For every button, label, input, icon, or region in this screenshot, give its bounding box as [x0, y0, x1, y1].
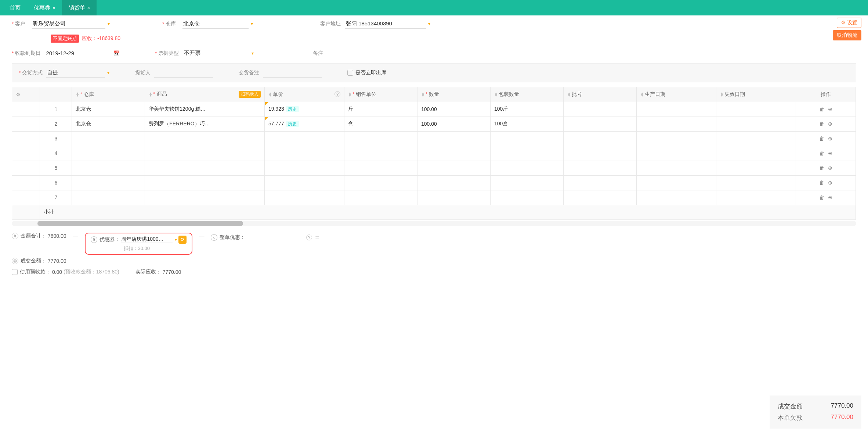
cell-warehouse[interactable]: 北京仓	[72, 117, 145, 131]
col-unit[interactable]: *销售单位	[344, 87, 417, 102]
cell-warehouse[interactable]	[72, 161, 145, 175]
use-prepay-checkbox[interactable]	[12, 269, 18, 275]
cell-pack[interactable]: 100盒	[490, 117, 563, 131]
delete-icon[interactable]: 🗑	[819, 136, 824, 142]
cell-pack[interactable]	[490, 190, 563, 205]
delete-icon[interactable]: 🗑	[819, 180, 824, 186]
remark-input[interactable]	[328, 49, 408, 58]
col-product[interactable]: *商品扫码录入	[145, 87, 265, 102]
cell-unit[interactable]	[344, 190, 417, 205]
close-icon[interactable]: ×	[53, 5, 55, 11]
add-icon[interactable]: ⊕	[828, 106, 832, 112]
add-icon[interactable]: ⊕	[828, 165, 832, 171]
cell-price[interactable]	[264, 161, 344, 175]
table-row[interactable]: 6🗑⊕	[12, 175, 856, 190]
refresh-icon[interactable]: ⟳	[178, 236, 187, 244]
cell-product[interactable]	[145, 190, 265, 205]
chevron-down-icon[interactable]: ▾	[252, 51, 254, 56]
cell-price[interactable]: 19.923历史	[264, 102, 344, 117]
tab-sales[interactable]: 销货单×	[62, 0, 97, 15]
col-exp-date[interactable]: 失效日期	[716, 87, 796, 102]
col-batch[interactable]: 批号	[563, 87, 636, 102]
chevron-down-icon[interactable]: ▾	[251, 21, 253, 26]
close-icon[interactable]: ×	[87, 5, 90, 11]
chevron-down-icon[interactable]: ▾	[175, 237, 177, 242]
delete-icon[interactable]: 🗑	[819, 106, 824, 112]
col-price[interactable]: 单价?	[264, 87, 344, 102]
cell-unit[interactable]	[344, 146, 417, 161]
cell-qty[interactable]: 100.00	[417, 117, 490, 131]
cell-product[interactable]: 华美华夫软饼1200g 糕…	[145, 102, 265, 117]
help-icon[interactable]: ?	[306, 235, 312, 240]
customer-input[interactable]	[32, 19, 105, 29]
col-qty[interactable]: *数量	[417, 87, 490, 102]
cell-qty[interactable]	[417, 161, 490, 175]
cancel-logistics-button[interactable]: 取消物流	[833, 30, 861, 40]
cell-product[interactable]: 费列罗（FERRERO）巧…	[145, 117, 265, 131]
delete-icon[interactable]: 🗑	[819, 150, 824, 156]
cell-qty[interactable]: 100.00	[417, 102, 490, 117]
order-discount-input[interactable]	[245, 233, 304, 242]
table-row[interactable]: 5🗑⊕	[12, 161, 856, 175]
cell-qty[interactable]	[417, 190, 490, 205]
invoice-type-input[interactable]	[183, 49, 249, 58]
table-row[interactable]: 1北京仓华美华夫软饼1200g 糕…19.923历史斤100.00100斤🗑⊕	[12, 102, 856, 117]
cell-product[interactable]	[145, 175, 265, 190]
immediate-checkbox[interactable]	[347, 70, 353, 76]
due-date-input[interactable]	[45, 49, 111, 58]
cell-product[interactable]	[145, 161, 265, 175]
cell-warehouse[interactable]	[72, 131, 145, 146]
delete-icon[interactable]: 🗑	[819, 121, 824, 127]
cell-product[interactable]	[145, 146, 265, 161]
cell-price[interactable]	[264, 131, 344, 146]
table-row[interactable]: 7🗑⊕	[12, 190, 856, 205]
cell-unit[interactable]	[344, 131, 417, 146]
cell-qty[interactable]	[417, 146, 490, 161]
delete-icon[interactable]: 🗑	[819, 194, 824, 200]
cell-price[interactable]	[264, 146, 344, 161]
cell-pack[interactable]	[490, 131, 563, 146]
add-icon[interactable]: ⊕	[828, 136, 832, 142]
settings-button[interactable]: ⚙ 设置	[837, 18, 861, 28]
cell-qty[interactable]	[417, 131, 490, 146]
cell-pack[interactable]	[490, 146, 563, 161]
tab-coupon[interactable]: 优惠券×	[27, 0, 62, 15]
cell-qty[interactable]	[417, 175, 490, 190]
cell-pack[interactable]: 100斤	[490, 102, 563, 117]
table-row[interactable]: 4🗑⊕	[12, 146, 856, 161]
col-warehouse[interactable]: *仓库	[72, 87, 145, 102]
cell-unit[interactable]: 盒	[344, 117, 417, 131]
cell-unit[interactable]: 斤	[344, 102, 417, 117]
scan-tag[interactable]: 扫码录入	[239, 91, 261, 98]
chevron-down-icon[interactable]: ▾	[108, 21, 110, 26]
add-icon[interactable]: ⊕	[828, 150, 832, 156]
cell-warehouse[interactable]	[72, 146, 145, 161]
add-icon[interactable]: ⊕	[828, 180, 832, 186]
col-settings[interactable]: ⚙	[12, 87, 40, 102]
cell-price[interactable]: 57.777历史	[264, 117, 344, 131]
cell-unit[interactable]	[344, 175, 417, 190]
cell-unit[interactable]	[344, 161, 417, 175]
table-row[interactable]: 3🗑⊕	[12, 131, 856, 146]
add-icon[interactable]: ⊕	[828, 194, 832, 200]
delivery-method-input[interactable]	[46, 68, 105, 78]
warehouse-input[interactable]	[182, 19, 249, 29]
add-icon[interactable]: ⊕	[828, 121, 832, 127]
help-icon[interactable]: ?	[334, 91, 340, 97]
cell-price[interactable]	[264, 175, 344, 190]
col-prod-date[interactable]: 生产日期	[636, 87, 716, 102]
cell-warehouse[interactable]: 北京仓	[72, 102, 145, 117]
cell-pack[interactable]	[490, 161, 563, 175]
cell-product[interactable]	[145, 131, 265, 146]
delivery-remark-input[interactable]	[263, 68, 322, 78]
calendar-icon[interactable]: 📅	[113, 50, 120, 56]
chevron-down-icon[interactable]: ▾	[107, 70, 109, 75]
col-pack[interactable]: 包装数量	[490, 87, 563, 102]
cell-warehouse[interactable]	[72, 175, 145, 190]
cell-warehouse[interactable]	[72, 190, 145, 205]
address-input[interactable]	[345, 19, 426, 29]
delete-icon[interactable]: 🗑	[819, 165, 824, 171]
cell-price[interactable]	[264, 190, 344, 205]
coupon-select[interactable]: 周年店庆满1000…	[121, 236, 173, 243]
cell-pack[interactable]	[490, 175, 563, 190]
